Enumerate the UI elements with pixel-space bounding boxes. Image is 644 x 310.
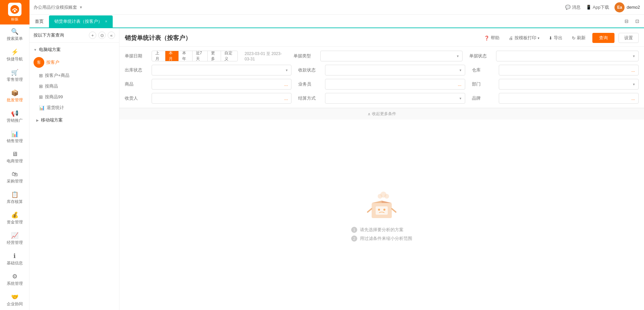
out-status-label: 出库状态 — [125, 67, 152, 73]
tree-icon-return: 📊 — [39, 105, 45, 110]
panel-add-button[interactable]: + — [89, 32, 96, 39]
date-tab-current-year[interactable]: 本年 — [179, 51, 192, 61]
sidebar-item-cooperation[interactable]: 🤝 企业协同 — [0, 290, 29, 310]
sidebar-item-basic[interactable]: ℹ 基础信息 — [0, 249, 29, 269]
sidebar-item-business[interactable]: 📈 经营管理 — [0, 228, 29, 249]
product-dots: ... — [284, 82, 288, 87]
date-tab-7-days[interactable]: 近7天 — [193, 51, 208, 61]
message-button[interactable]: 💬 消息 — [565, 4, 581, 10]
filter-area: 单据日期 上月 本月 本年 — [119, 47, 644, 108]
inventory-icon: 📋 — [11, 191, 18, 198]
tree-item-by-product-99[interactable]: ⊞ 按商品99 — [30, 92, 119, 102]
app-download-button[interactable]: 📱 App下载 — [586, 4, 609, 10]
sidebar-item-system[interactable]: ⚙ 系统管理 — [0, 269, 29, 290]
date-tab-last-month[interactable]: 上月 — [152, 51, 165, 61]
left-panel: 按以下方案查询 + ⊙ « ▼ 电脑端方案 客 按客户 — [30, 28, 119, 310]
sidebar-item-purchase[interactable]: 🛍 采购管理 — [0, 167, 29, 188]
dept-control[interactable]: ▾ — [499, 79, 639, 90]
svg-point-5 — [383, 209, 385, 211]
app-logo[interactable]: 标振 — [0, 0, 30, 24]
sidebar-item-marketing[interactable]: 📢 营销推广 — [0, 106, 29, 127]
refresh-icon: ↻ — [572, 36, 576, 41]
product-control[interactable]: ... — [152, 79, 291, 90]
status-dropdown-icon: ▾ — [633, 54, 635, 58]
svg-rect-3 — [376, 206, 388, 215]
tab-maximize-button[interactable]: ⊡ — [633, 17, 641, 25]
date-tab-more[interactable]: 更多 — [208, 51, 221, 61]
ecommerce-icon: 🖥 — [12, 151, 18, 158]
payment-label: 结算方式 — [298, 95, 325, 101]
avatar-initials: Ea — [617, 5, 622, 10]
tree-label-product-99: 按商品99 — [45, 94, 63, 100]
sidebar-label-quicknav: 快捷导航 — [7, 56, 23, 62]
sidebar-item-sales[interactable]: 📊 销售管理 — [0, 127, 29, 147]
payment-control[interactable]: ▾ — [325, 93, 465, 104]
warehouse-dots: ... — [631, 68, 635, 73]
refresh-button[interactable]: ↻ 刷新 — [569, 34, 588, 42]
date-tab-custom[interactable]: 自定义 — [221, 51, 237, 61]
type-filter-control[interactable]: ▾ — [320, 51, 463, 61]
print-button[interactable]: 🖨 按模板打印 ▾ — [506, 34, 542, 42]
out-status-arrow: ▾ — [286, 68, 288, 72]
payment-arrow: ▾ — [460, 96, 462, 101]
receiver-control[interactable]: ... — [152, 93, 291, 104]
brand-control[interactable]: ... — [499, 93, 639, 104]
empty-state: 1 请先选择要分析的方案 2 用过滤条件来缩小分析范围 — [119, 119, 644, 310]
pc-section-label: 电脑端方案 — [39, 47, 61, 53]
sidebar-item-retail[interactable]: 🛒 零售管理 — [0, 65, 29, 86]
quicknav-icon: ⚡ — [11, 48, 18, 56]
date-tab-custom-label: 自定义 — [224, 51, 234, 61]
panel-settings-button[interactable]: ⊙ — [98, 32, 106, 39]
warehouse-control[interactable]: ... — [499, 65, 639, 75]
help-button[interactable]: ❓ 帮助 — [481, 34, 502, 42]
sidebar-item-inventory[interactable]: 📋 库存核算 — [0, 188, 29, 208]
tree-item-customer-product[interactable]: ⊞ 按客户+商品 — [30, 70, 119, 81]
date-tab-current-month[interactable]: 本月 — [165, 51, 179, 61]
out-status-control[interactable]: ▾ — [152, 65, 291, 75]
tree-section-pc-header[interactable]: ▼ 电脑端方案 — [30, 45, 119, 55]
type-filter-label: 单据类型 — [293, 53, 320, 59]
settings-button[interactable]: 设置 — [619, 33, 639, 43]
sidebar-item-search[interactable]: 🔍 搜索菜单 — [0, 24, 29, 45]
date-tab-more-label: 更多 — [211, 51, 217, 61]
tree-item-by-product[interactable]: ⊞ 按商品 — [30, 81, 119, 92]
tree-label-customer-product: 按客户+商品 — [45, 72, 69, 79]
panel-collapse-button[interactable]: « — [108, 32, 115, 39]
dropdown-arrow-icon[interactable]: ▾ — [80, 5, 82, 10]
query-button[interactable]: 查询 — [592, 33, 614, 43]
tab-bar-controls: ⊟ ⊡ — [623, 17, 641, 25]
sidebar-item-ecommerce[interactable]: 🖥 电商管理 — [0, 147, 29, 167]
filter-row-3: 商品 ... 业务员 ... 部门 ▾ — [125, 79, 639, 90]
breadcrumb: 办公用品行业模拟账套 ▾ — [34, 4, 82, 10]
status-filter-control[interactable]: ▾ — [496, 51, 639, 61]
empty-hints: 1 请先选择要分析的方案 2 用过滤条件来缩小分析范围 — [351, 227, 412, 242]
salesperson-control[interactable]: ... — [325, 79, 465, 90]
print-label: 按模板打印 — [515, 35, 536, 41]
dept-label: 部门 — [472, 81, 499, 87]
sidebar-item-quick-nav[interactable]: ⚡ 快捷导航 — [0, 45, 29, 65]
sidebar-item-wholesale[interactable]: 📦 批发管理 — [0, 86, 29, 106]
mobile-section-label: 移动端方案 — [41, 117, 63, 123]
export-button[interactable]: ⬇ 导出 — [546, 34, 565, 42]
export-label: 导出 — [554, 35, 562, 41]
panel-actions: + ⊙ « — [89, 32, 115, 39]
tree-section-mobile-header[interactable]: ▶ 移动端方案 — [30, 115, 119, 125]
tab-home[interactable]: 首页 — [30, 15, 49, 28]
tab-close-icon[interactable]: × — [105, 19, 107, 24]
tree-item-return-stats[interactable]: 📊 退货统计 — [30, 102, 119, 113]
avatar: Ea — [614, 2, 625, 12]
tab-minimize-button[interactable]: ⊟ — [623, 17, 631, 25]
tab-active[interactable]: 销货单统计表（按客户） × — [49, 15, 113, 28]
left-panel-header: 按以下方案查询 + ⊙ « — [30, 28, 119, 43]
sidebar-label-finance: 资金管理 — [7, 219, 23, 225]
tree-item-by-customer[interactable]: 客 按客户 — [30, 55, 119, 70]
salesperson-dots: ... — [458, 82, 462, 87]
date-tabs: 上月 本月 本年 近7天 更多 — [152, 51, 238, 61]
collect-status-control[interactable]: ▾ — [325, 65, 465, 75]
collapse-bar[interactable]: ∧ 收起更多条件 — [119, 108, 644, 119]
tab-bar: 首页 销货单统计表（按客户） × ⊟ ⊡ — [30, 15, 644, 28]
user-menu[interactable]: Ea demo2 — [614, 2, 640, 12]
tab-active-label: 销货单统计表（按客户） — [54, 18, 102, 24]
hint-num-2: 2 — [351, 236, 357, 242]
sidebar-item-finance[interactable]: 💰 资金管理 — [0, 208, 29, 228]
